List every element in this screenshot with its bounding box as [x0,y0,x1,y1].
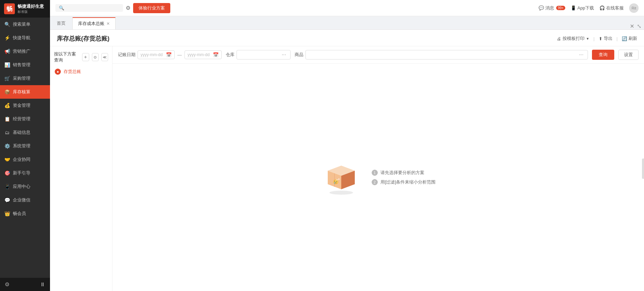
warehouse-more-icon[interactable]: ··· [280,52,288,58]
finance-icon: 💰 [4,103,10,108]
sidebar-item-purchase[interactable]: 🛒 采购管理 [0,72,50,85]
export-btn[interactable]: ⬆ 导出 [599,35,613,42]
topbar-right: 💬 消息 99+ 📱 App下载 🎧 在线客服 Rit [539,3,639,13]
collapse-scheme-btn[interactable]: ≪ [101,53,108,61]
sidebar: 畅 畅捷通好生意 标准版 🔍 搜索菜单 ⚡ 快捷导航 📢 营销推广 📊 销售管理… [0,0,50,291]
svg-point-7 [329,191,353,195]
sidebar-item-enterprise[interactable]: 🤝 企业协同 [0,153,50,166]
date-start-placeholder: yyyy-mm-dd [141,52,163,57]
calendar-end-icon[interactable]: 📅 [213,52,219,57]
sidebar-item-inventory-label: 库存核算 [13,89,30,95]
system-icon: ⚙️ [4,143,10,149]
sidebar-item-operations[interactable]: 📋 经营管理 [0,112,50,126]
date-separator: — [177,52,182,57]
online-support-btn[interactable]: 🎧 在线客服 [599,5,624,11]
sidebar-item-system-label: 系统管理 [13,143,30,149]
sidebar-item-operations-label: 经营管理 [13,116,30,122]
sidebar-item-system[interactable]: ⚙️ 系统管理 [0,139,50,153]
warehouse-input[interactable]: ··· [237,50,291,59]
filter-header: 按以下方案查询 ＋ ⊙ ≪ [50,48,112,65]
content-body: 按以下方案查询 ＋ ⊙ ≪ ● 存货总账 记账日期 [50,46,644,291]
sidebar-item-finance[interactable]: 💰 资金管理 [0,99,50,112]
sidebar-item-basic[interactable]: 🗂 基础信息 [0,126,50,139]
logo-icon: 畅 [4,3,15,14]
newbie-icon: 🎯 [4,170,10,176]
search-icon: 🔍 [4,22,10,27]
scheme-item-inventory-ledger[interactable]: ● 存货总账 [50,65,112,78]
date-label: 记账日期 [118,52,135,58]
operations-icon: 📋 [4,116,10,122]
messages-btn[interactable]: 💬 消息 99+ [539,5,565,11]
sidebar-item-apps[interactable]: 📱 应用中心 [0,180,50,193]
empty-tip-1: 1 请先选择要分析的方案 [372,170,436,176]
sidebar-nav: 🔍 搜索菜单 ⚡ 快捷导航 📢 营销推广 📊 销售管理 🛒 采购管理 📦 库存核… [0,18,50,278]
sidebar-item-member[interactable]: 👑 畅会员 [0,207,50,220]
settings-icon[interactable]: ⚙ [126,5,130,11]
sidebar-item-newbie[interactable]: 🎯 新手引导 [0,166,50,180]
goods-more-icon[interactable]: ··· [578,52,585,58]
refresh-label: 刷新 [628,35,637,42]
tabs-bar: 首页 库存成本总账 ✕ ✕ ⤡ [50,16,644,30]
sidebar-item-wechat[interactable]: 💬 企业微信 [0,193,50,207]
sidebar-item-search[interactable]: 🔍 搜索菜单 [0,18,50,31]
user-avatar[interactable]: Rit [629,3,639,13]
message-icon: 💬 [539,5,544,10]
settings-button[interactable]: 设置 [618,50,639,60]
date-end-input[interactable]: yyyy-mm-dd 📅 [184,50,222,59]
warehouse-field: 仓库 ··· [226,50,291,59]
collapse-icon[interactable]: ⏸ [40,282,45,288]
sidebar-item-finance-label: 资金管理 [13,102,30,108]
add-scheme-btn[interactable]: ＋ [82,53,89,61]
basic-icon: 🗂 [4,130,10,135]
sidebar-item-purchase-label: 采购管理 [13,75,30,81]
page-close-icon[interactable]: ✕ [630,23,634,29]
manage-scheme-btn[interactable]: ⊙ [92,53,99,61]
tab-inventory-cost[interactable]: 库存成本总账 ✕ [73,17,116,29]
print-dropdown-icon[interactable]: ▼ [586,37,589,41]
topbar: 🔍 ⚙ 体验行业方案 💬 消息 99+ 📱 App下载 🎧 在线客服 Rit [50,0,644,16]
sidebar-item-marketing-label: 营销推广 [13,48,30,54]
right-panel-indicator[interactable] [642,159,644,179]
tab-home[interactable]: 首页 [50,17,73,29]
page-expand-icon[interactable]: ⤡ [637,23,641,29]
main-area: 🔍 ⚙ 体验行业方案 💬 消息 99+ 📱 App下载 🎧 在线客服 Rit [50,0,644,291]
sidebar-item-search-label: 搜索菜单 [13,21,30,27]
app-download-btn[interactable]: 📱 App下载 [571,5,594,11]
svg-text:😢: 😢 [333,179,339,185]
empty-illustration: 😢 [321,157,362,198]
data-area: 记账日期 yyyy-mm-dd 📅 — yyyy-mm-dd 📅 仓库 [113,46,644,291]
sidebar-item-inventory[interactable]: 📦 库存核算 [0,85,50,99]
date-start-input[interactable]: yyyy-mm-dd 📅 [138,50,175,59]
page-header: 库存总账(存货总账) 🖨 按模板打印 ▼ | ⬆ 导出 | 🔄 刷新 [50,30,644,46]
settings-footer-icon[interactable]: ⚙ [5,281,9,288]
shortcut-icon: ⚡ [4,35,10,41]
page-title: 库存总账(存货总账) [57,34,109,43]
warehouse-label: 仓库 [226,52,234,58]
printer-icon: 🖨 [557,36,561,41]
sidebar-item-shortcut[interactable]: ⚡ 快捷导航 [0,31,50,45]
industry-btn[interactable]: 体验行业方案 [133,3,170,13]
tab-close-icon[interactable]: ✕ [106,21,110,26]
messages-label: 消息 [545,5,554,11]
goods-input[interactable]: ··· [305,50,588,59]
print-btn[interactable]: 🖨 按模板打印 ▼ [557,35,589,42]
sidebar-item-wechat-label: 企业微信 [13,197,30,203]
online-support-label: 在线客服 [606,5,624,11]
goods-label: 商品 [295,52,303,58]
inventory-icon: 📦 [4,89,10,95]
sidebar-item-marketing[interactable]: 📢 营销推广 [0,45,50,58]
query-button[interactable]: 查询 [592,50,614,60]
calendar-start-icon[interactable]: 📅 [166,52,172,57]
page-close-area: ✕ ⤡ [630,23,644,29]
empty-state: 😢 1 请先选择要分析的方案 2 用[过滤]条件来缩小分析范围 [113,64,644,291]
empty-tips: 1 请先选择要分析的方案 2 用[过滤]条件来缩小分析范围 [372,170,436,185]
menu-search-box[interactable]: 🔍 [55,4,123,12]
export-icon: ⬆ [599,36,602,41]
query-bar: 记账日期 yyyy-mm-dd 📅 — yyyy-mm-dd 📅 仓库 [113,46,644,64]
enterprise-icon: 🤝 [4,157,10,162]
sidebar-item-sales[interactable]: 📊 销售管理 [0,58,50,72]
sidebar-item-shortcut-label: 快捷导航 [13,35,30,41]
sidebar-item-sales-label: 销售管理 [13,62,30,68]
member-icon: 👑 [4,211,10,216]
refresh-btn[interactable]: 🔄 刷新 [622,35,637,42]
